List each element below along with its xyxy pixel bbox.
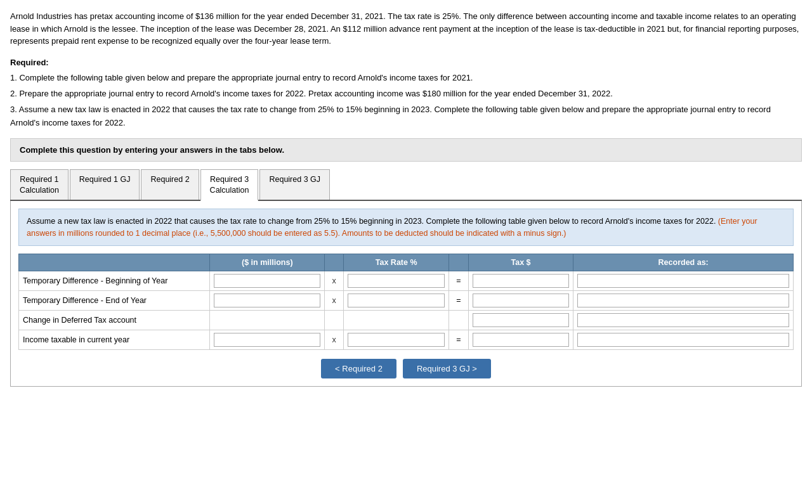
- row-label: Temporary Difference - Beginning of Year: [19, 271, 210, 291]
- amount-input-2[interactable]: [214, 294, 320, 307]
- tab-req3calc[interactable]: Required 3Calculation: [200, 169, 259, 201]
- tax-input-3[interactable]: [473, 313, 570, 327]
- col-header-amount: ($ in millions): [210, 254, 325, 271]
- operator-eq-1: =: [449, 271, 469, 291]
- row-label: Temporary Difference - End of Year: [19, 291, 210, 311]
- amount-input-4[interactable]: [214, 333, 320, 347]
- amount-cell-1: [210, 271, 325, 291]
- amount-cell-4: [210, 330, 325, 350]
- required-item1: 1. Complete the following table given be…: [10, 72, 802, 85]
- col-header-tax: Tax $: [468, 254, 573, 271]
- row-label: Change in Deferred Tax account: [19, 311, 210, 330]
- row-label: Income taxable in current year: [19, 330, 210, 350]
- operator-x-3: [325, 311, 344, 330]
- col-header-eq-op: [449, 254, 469, 271]
- required-section: Required: 1. Complete the following tabl…: [10, 56, 802, 130]
- col-header-recorded: Recorded as:: [573, 254, 794, 271]
- tax-input-2[interactable]: [473, 294, 570, 307]
- recorded-input-1[interactable]: [577, 274, 789, 288]
- taxrate-input-1[interactable]: [348, 274, 445, 288]
- taxrate-cell-4: [344, 330, 449, 350]
- recorded-cell-1: [573, 271, 794, 291]
- table-row: Change in Deferred Tax account: [19, 311, 794, 330]
- operator-eq-3: [449, 311, 469, 330]
- intro-paragraph: Arnold Industries has pretax accounting …: [10, 10, 802, 48]
- amount-input-1[interactable]: [214, 274, 320, 288]
- content-area: Assume a new tax law is enacted in 2022 …: [10, 201, 802, 387]
- amount-cell-2: [210, 291, 325, 311]
- tax-input-1[interactable]: [473, 274, 570, 288]
- tab-req2[interactable]: Required 2: [141, 169, 199, 200]
- taxrate-cell-2: [344, 291, 449, 311]
- table-row: Temporary Difference - End of Year x =: [19, 291, 794, 311]
- recorded-cell-3: [573, 311, 794, 330]
- tax-cell-3: [468, 311, 573, 330]
- recorded-cell-2: [573, 291, 794, 311]
- operator-x-1: x: [325, 271, 344, 291]
- required-header: Required:: [10, 58, 49, 67]
- recorded-input-4[interactable]: [577, 333, 789, 347]
- required-item2: 2. Prepare the appropriate journal entry…: [10, 87, 802, 101]
- tax-cell-4: [468, 330, 573, 350]
- instruction-box: Complete this question by entering your …: [10, 138, 802, 162]
- amount-cell-3: [210, 311, 325, 330]
- prev-button[interactable]: < Required 2: [321, 359, 396, 378]
- blue-instruction: Assume a new tax law is enacted in 2022 …: [18, 209, 794, 247]
- recorded-cell-4: [573, 330, 794, 350]
- operator-x-2: x: [325, 291, 344, 311]
- recorded-input-3[interactable]: [577, 313, 789, 327]
- operator-eq-2: =: [449, 291, 469, 311]
- table-row: Temporary Difference - Beginning of Year…: [19, 271, 794, 291]
- taxrate-input-4[interactable]: [348, 333, 445, 347]
- taxrate-cell-3: [344, 311, 449, 330]
- operator-eq-4: =: [449, 330, 469, 350]
- nav-buttons: < Required 2 Required 3 GJ >: [18, 359, 794, 378]
- required-item3: 3. Assume a new tax law is enacted in 20…: [10, 103, 802, 130]
- tax-cell-1: [468, 271, 573, 291]
- table-row: Income taxable in current year x =: [19, 330, 794, 350]
- next-button[interactable]: Required 3 GJ >: [403, 359, 491, 378]
- taxrate-cell-1: [344, 271, 449, 291]
- tabs-container: Required 1Calculation Required 1 GJ Requ…: [10, 169, 802, 201]
- col-header-label: [19, 254, 210, 271]
- operator-x-4: x: [325, 330, 344, 350]
- tax-cell-2: [468, 291, 573, 311]
- col-header-x-op: [325, 254, 344, 271]
- col-header-taxrate: Tax Rate %: [344, 254, 449, 271]
- tax-input-4[interactable]: [473, 333, 570, 347]
- recorded-input-2[interactable]: [577, 294, 789, 307]
- tab-req1gj[interactable]: Required 1 GJ: [70, 169, 140, 200]
- tab-req3gj[interactable]: Required 3 GJ: [259, 169, 330, 200]
- tab-req1calc[interactable]: Required 1Calculation: [10, 169, 69, 200]
- data-table: ($ in millions) Tax Rate % Tax $ Recorde…: [18, 254, 794, 350]
- taxrate-input-2[interactable]: [348, 294, 445, 307]
